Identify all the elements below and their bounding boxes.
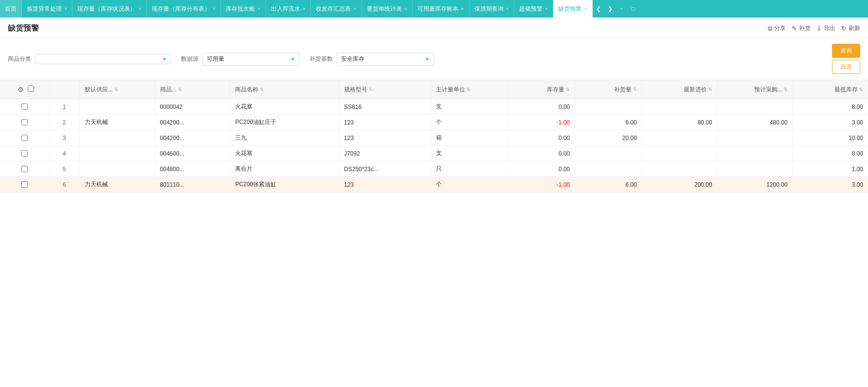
category-select[interactable]: ▼	[35, 54, 171, 64]
tab-home[interactable]: 首页	[0, 0, 22, 18]
page-header: 缺货预警 ⧉ 分享 ✎ 补货 ⇩ 导出 ↻ 刷新	[0, 18, 868, 38]
row-spec: 123	[339, 115, 431, 130]
th-stock: 库存量 ⇅	[508, 80, 575, 99]
tab-maximize[interactable]: □	[628, 0, 639, 18]
row-min-stock: 1.00	[793, 161, 868, 177]
row-spec: DS250*23c...	[339, 161, 431, 177]
tab-minimize[interactable]: −	[616, 0, 628, 18]
select-all-checkbox[interactable]	[28, 86, 34, 92]
row-code: 004200...	[155, 130, 230, 146]
datasource-label: 数据源	[181, 55, 199, 63]
th-supplier: 默认供应... ⇅	[79, 80, 155, 99]
row-stock: -1.00	[508, 177, 575, 193]
table-row: 3 004200... 三九 123 箱 0.00 20.00 10.00	[0, 130, 868, 146]
tab-close-expire[interactable]: ×	[506, 6, 509, 12]
tab-close-shortage[interactable]: ×	[584, 6, 587, 12]
row-latest-price	[642, 99, 717, 115]
table-row: 1 0000042 火花塞 SS816 支 0.00 8.00	[0, 99, 868, 115]
tab-abnormal[interactable]: 炼货异常处理 ×	[22, 0, 72, 18]
tab-close-batch[interactable]: ×	[257, 6, 260, 12]
tab-expire[interactable]: 保质期查询 ×	[470, 0, 514, 18]
row-replenish	[575, 146, 642, 161]
row-est-purchase	[717, 130, 793, 146]
sort-name-icon: ⇅	[260, 87, 264, 92]
datasource-select-value: 可用量	[207, 55, 224, 63]
tab-close-stock-dist[interactable]: ×	[213, 6, 216, 12]
sort-minstock-icon: ⇅	[859, 87, 863, 92]
row-checkbox-5[interactable]	[21, 166, 28, 172]
tab-inout[interactable]: 出入库流水 ×	[266, 0, 311, 18]
tab-batch[interactable]: 库存批次账 ×	[221, 0, 266, 18]
row-supplier: 力天机械	[79, 115, 155, 130]
row-min-stock: 10.00	[793, 130, 868, 146]
tab-receipt[interactable]: 收发存汇总表 ×	[311, 0, 362, 18]
replenish-base-select[interactable]: 安全库存 ▼	[337, 53, 434, 66]
replenish-icon: ✎	[792, 25, 797, 32]
row-checkbox-3[interactable]	[21, 135, 28, 141]
th-unit: 主计量单位 ⇅	[431, 80, 508, 99]
replenish-button[interactable]: ✎ 补货	[792, 24, 811, 33]
tab-close-overstock[interactable]: ×	[545, 6, 548, 12]
sort-code-icon: ⇅	[178, 87, 182, 92]
tab-stock-status[interactable]: 现存量（库存状况表） ×	[72, 0, 146, 18]
tab-nav-prev[interactable]: ❮	[593, 0, 604, 18]
refresh-button[interactable]: ↻ 刷新	[841, 24, 860, 33]
th-name: 商品名称 ⇅	[230, 80, 339, 99]
row-num: 6	[49, 177, 79, 193]
tab-nav-next[interactable]: ❯	[604, 0, 616, 18]
tab-close-abnormal[interactable]: ×	[64, 6, 67, 12]
row-check-cell	[0, 146, 49, 161]
row-checkbox-4[interactable]	[21, 150, 28, 157]
row-unit: 支	[431, 146, 508, 161]
table-row: 5 004800... 离合片 DS250*23c... 只 0.00 1.00	[0, 161, 868, 177]
datasource-select[interactable]: 可用量 ▼	[202, 53, 300, 66]
tab-stock-dist[interactable]: 现存量（库存分布表） ×	[147, 0, 221, 18]
tab-close-inout[interactable]: ×	[303, 6, 306, 12]
row-code: 801110...	[155, 177, 230, 193]
row-replenish	[575, 161, 642, 177]
column-settings-icon[interactable]: ⚙	[15, 84, 26, 95]
row-est-purchase	[717, 146, 793, 161]
row-spec: 123	[339, 177, 431, 193]
replenish-base-arrow: ▼	[425, 56, 430, 62]
sort-stock-icon: ⇅	[566, 87, 570, 92]
query-button[interactable]: 查询	[832, 44, 860, 58]
row-check-cell	[0, 161, 49, 177]
row-check-cell	[0, 115, 49, 130]
share-button[interactable]: ⧉ 分享	[768, 24, 786, 33]
table-body: 1 0000042 火花塞 SS816 支 0.00 8.00 2 力天机械 0…	[0, 99, 868, 193]
row-supplier	[79, 130, 155, 146]
table-container: ⚙ 默认供应... ⇅ 商品... ⇅	[0, 80, 868, 193]
tab-close-order-stat[interactable]: ×	[404, 6, 407, 12]
tab-close-receipt[interactable]: ×	[353, 6, 356, 12]
row-code: 004800...	[155, 161, 230, 177]
tab-close-available[interactable]: ×	[461, 6, 464, 12]
row-check-cell	[0, 99, 49, 115]
row-num: 2	[49, 115, 79, 130]
table-header-row: ⚙ 默认供应... ⇅ 商品... ⇅	[0, 80, 868, 99]
row-check-cell	[0, 177, 49, 193]
tab-close-stock-status[interactable]: ×	[138, 6, 141, 12]
row-stock: 0.00	[508, 161, 575, 177]
row-replenish	[575, 99, 642, 115]
sort-purchase-icon: ⇅	[784, 87, 788, 92]
row-stock: 0.00	[508, 146, 575, 161]
row-checkbox-1[interactable]	[21, 104, 28, 110]
export-button[interactable]: ⇩ 导出	[816, 24, 835, 33]
th-num	[49, 80, 79, 99]
th-est-purchase: 预计采购... ⇅	[717, 80, 793, 99]
settings-button[interactable]: 设置	[832, 60, 860, 74]
tab-overstock[interactable]: 超储预警 ×	[514, 0, 553, 18]
row-unit: 只	[431, 161, 508, 177]
share-icon: ⧉	[768, 25, 772, 33]
row-code: 004200...	[155, 115, 230, 130]
datasource-select-arrow: ▼	[290, 56, 295, 62]
tab-available[interactable]: 可用量库存账本 ×	[413, 0, 469, 18]
sort-replenish-icon: ⇅	[633, 87, 637, 92]
tab-order-stat[interactable]: 要货单统计表 ×	[362, 0, 413, 18]
row-supplier	[79, 161, 155, 177]
row-checkbox-2[interactable]	[21, 119, 28, 125]
tab-shortage[interactable]: 缺货预警 ×	[553, 0, 592, 18]
row-est-purchase	[717, 161, 793, 177]
row-checkbox-6[interactable]	[21, 181, 28, 188]
